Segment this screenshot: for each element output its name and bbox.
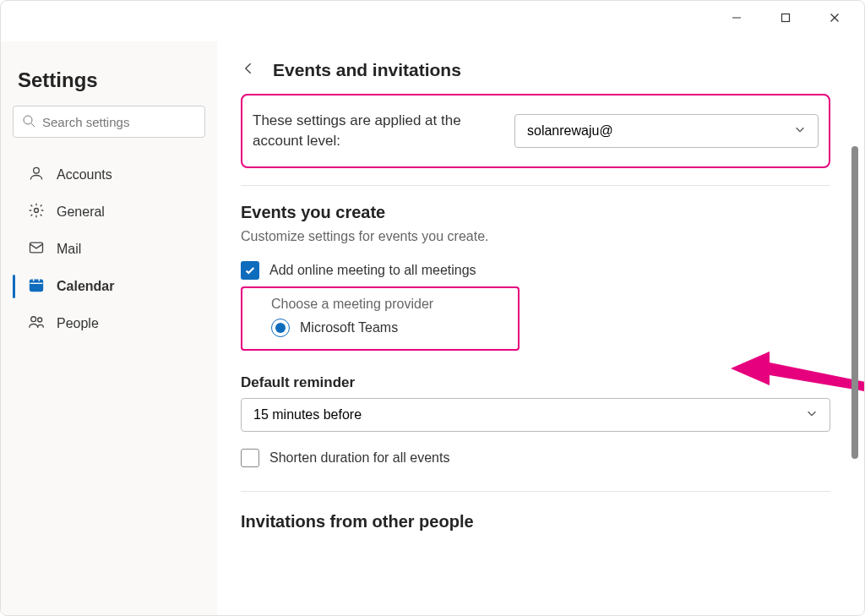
svg-line-5 — [31, 123, 35, 127]
account-select[interactable]: solanrewaju@ — [514, 114, 819, 148]
search-input[interactable]: Search settings — [13, 106, 205, 138]
window-titlebar — [1, 1, 864, 41]
account-select-value: solanrewaju@ — [527, 123, 613, 139]
meeting-provider-label: Microsoft Teams — [300, 320, 398, 335]
scrollbar[interactable] — [851, 146, 859, 608]
chevron-down-icon — [794, 123, 806, 139]
nav-list: Accounts General Mail Calendar People — [1, 153, 217, 346]
shorten-duration-checkbox[interactable] — [241, 449, 259, 467]
divider — [241, 185, 830, 186]
gear-icon — [28, 202, 57, 222]
svg-rect-1 — [782, 14, 790, 22]
search-icon — [22, 114, 42, 130]
sidebar-item-mail[interactable]: Mail — [8, 231, 210, 268]
default-reminder-select[interactable]: 15 minutes before — [241, 398, 830, 432]
svg-point-7 — [35, 209, 39, 213]
settings-sidebar: Settings Search settings Accounts Genera… — [1, 41, 217, 615]
svg-point-4 — [24, 116, 32, 124]
divider — [241, 491, 830, 492]
radio-dot-icon — [275, 323, 286, 333]
svg-point-13 — [31, 317, 36, 322]
people-icon — [28, 313, 57, 334]
chevron-down-icon — [806, 407, 818, 422]
default-reminder-value: 15 minutes before — [253, 407, 362, 422]
account-level-row: These settings are applied at the accoun… — [241, 94, 830, 168]
add-online-meeting-row: Add online meeting to all meetings — [241, 261, 830, 280]
meeting-provider-box: Choose a meeting provider Microsoft Team… — [241, 286, 520, 351]
minimize-button[interactable] — [712, 1, 761, 35]
meeting-provider-title: Choose a meeting provider — [271, 297, 504, 312]
svg-point-6 — [34, 167, 40, 173]
svg-point-14 — [38, 318, 42, 322]
back-button[interactable] — [241, 60, 258, 80]
page-header: Events and invitations — [217, 41, 854, 94]
sidebar-item-general[interactable]: General — [8, 194, 210, 231]
search-placeholder: Search settings — [42, 115, 129, 129]
invitations-heading: Invitations from other people — [241, 512, 830, 532]
meeting-provider-radio[interactable] — [271, 319, 290, 337]
sidebar-title: Settings — [1, 65, 217, 106]
shorten-duration-label: Shorten duration for all events — [269, 450, 449, 466]
svg-rect-9 — [30, 280, 43, 291]
sidebar-item-label: Accounts — [57, 167, 112, 183]
content-area: These settings are applied at the accoun… — [217, 94, 854, 532]
svg-rect-8 — [30, 243, 43, 253]
sidebar-item-people[interactable]: People — [8, 305, 210, 342]
maximize-button[interactable] — [761, 1, 810, 35]
person-icon — [28, 165, 57, 185]
sidebar-item-label: Mail — [57, 242, 81, 257]
account-level-label: These settings are applied at the accoun… — [253, 111, 481, 151]
mail-icon — [28, 239, 57, 259]
sidebar-item-calendar[interactable]: Calendar — [8, 268, 210, 305]
shorten-duration-row: Shorten duration for all events — [241, 449, 830, 467]
main-panel: Events and invitations These settings ar… — [217, 41, 864, 615]
calendar-icon — [28, 276, 57, 297]
events-subtitle: Customize settings for events you create… — [241, 229, 830, 244]
sidebar-item-label: General — [57, 204, 105, 220]
events-you-create-heading: Events you create — [241, 203, 830, 222]
sidebar-item-label: Calendar — [57, 279, 114, 294]
page-title: Events and invitations — [273, 60, 461, 80]
sidebar-item-label: People — [57, 316, 99, 331]
sidebar-item-accounts[interactable]: Accounts — [8, 156, 210, 194]
close-button[interactable] — [810, 1, 859, 35]
default-reminder-heading: Default reminder — [241, 374, 830, 391]
add-online-meeting-checkbox[interactable] — [241, 261, 259, 280]
add-online-meeting-label: Add online meeting to all meetings — [269, 263, 476, 278]
meeting-provider-teams-row: Microsoft Teams — [271, 319, 504, 337]
scrollbar-thumb[interactable] — [851, 146, 858, 459]
